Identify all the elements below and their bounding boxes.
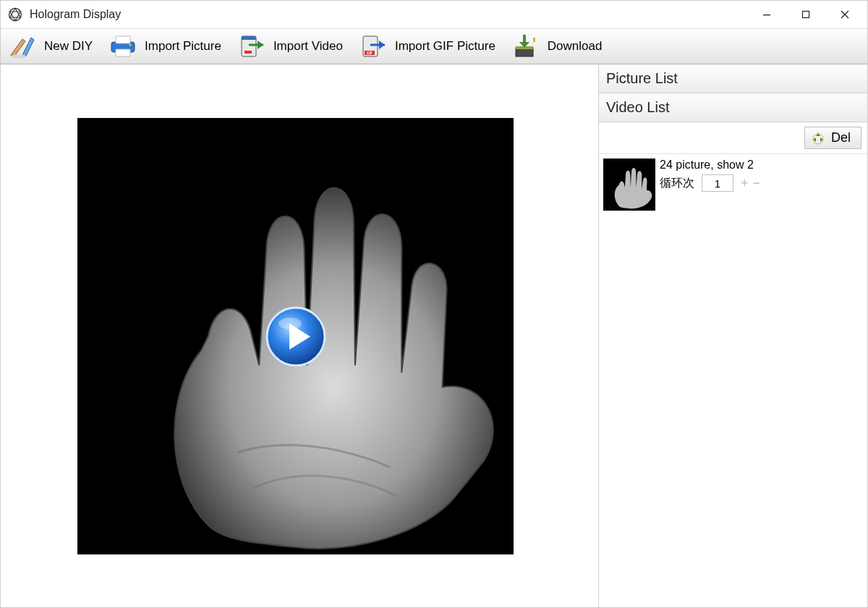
svg-rect-1 — [763, 14, 770, 15]
import-picture-button[interactable]: Import Picture — [104, 30, 231, 62]
pencil-brush-icon — [8, 33, 37, 59]
svg-rect-5 — [116, 36, 130, 43]
import-video-button[interactable]: Import Video — [233, 30, 353, 62]
delete-row: Del — [599, 122, 867, 154]
window-title: Hologram Display — [30, 8, 121, 21]
video-list-header[interactable]: Video List — [599, 93, 867, 122]
svg-point-7 — [129, 43, 131, 46]
title-bar: Hologram Display — [1, 1, 867, 28]
svg-rect-2 — [803, 12, 809, 18]
new-diy-label: New DIY — [44, 39, 93, 54]
video-list-item[interactable]: 24 picture, show 2 循环次 + − — [599, 154, 867, 215]
play-button[interactable] — [264, 305, 328, 368]
download-label: Download — [548, 39, 603, 54]
download-button[interactable]: Download — [507, 30, 613, 62]
recycle-icon — [811, 131, 825, 145]
gif-file-arrow-icon: GIF — [359, 33, 388, 59]
picture-list-header[interactable]: Picture List — [599, 64, 867, 93]
import-gif-button[interactable]: GIF Import GIF Picture — [354, 30, 506, 62]
printer-icon — [109, 33, 137, 59]
loop-decrease-button[interactable]: − — [753, 176, 761, 191]
video-file-arrow-icon — [237, 33, 266, 59]
svg-point-19 — [278, 318, 302, 329]
svg-point-0 — [9, 9, 22, 21]
new-diy-button[interactable]: New DIY — [4, 30, 103, 62]
loop-increase-button[interactable]: + — [741, 176, 749, 191]
delete-button[interactable]: Del — [804, 127, 861, 149]
canvas-area — [1, 64, 598, 607]
loop-count-input[interactable] — [702, 174, 733, 192]
import-picture-label: Import Picture — [145, 39, 221, 54]
svg-rect-6 — [116, 49, 130, 56]
svg-text:GIF: GIF — [367, 51, 373, 55]
download-box-icon — [511, 33, 540, 59]
import-gif-label: Import GIF Picture — [395, 39, 495, 54]
close-button[interactable] — [825, 1, 864, 28]
video-entry-line1: 24 picture, show 2 — [660, 159, 863, 172]
side-panel: Picture List Video List Del — [598, 64, 867, 607]
app-icon — [8, 7, 22, 22]
video-thumbnail — [603, 159, 655, 211]
import-video-label: Import Video — [273, 39, 343, 54]
maximize-button[interactable] — [786, 1, 825, 28]
delete-label: Del — [831, 130, 851, 145]
svg-rect-9 — [244, 51, 252, 54]
video-preview[interactable] — [77, 118, 514, 554]
svg-rect-15 — [533, 38, 535, 42]
svg-point-3 — [12, 54, 26, 59]
loop-label: 循环次 — [660, 176, 694, 191]
minimize-button[interactable] — [747, 1, 786, 28]
toolbar: New DIY Import Picture — [1, 28, 867, 64]
